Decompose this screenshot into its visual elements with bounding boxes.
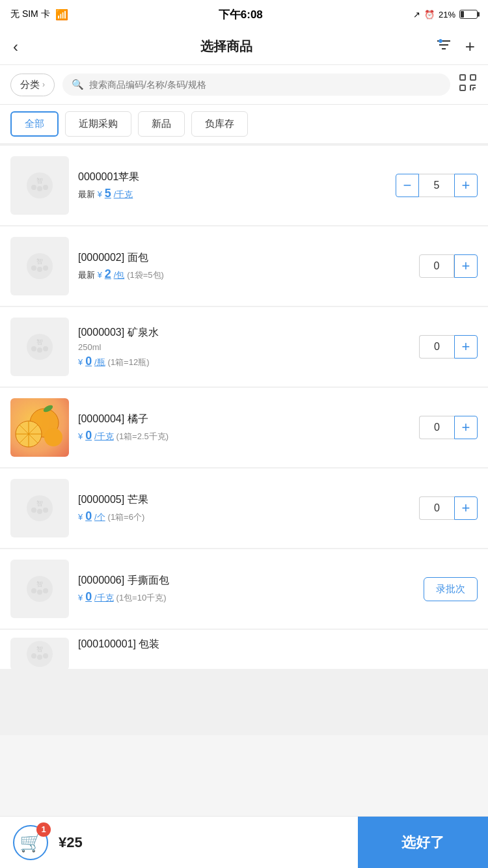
cart-total: ¥25 [59, 834, 83, 851]
svg-point-23 [31, 346, 36, 351]
product-price: ¥ 0 /千克 (1包=10千克) [78, 590, 414, 604]
product-details: [0000002] 面包 最新 ¥ 2 /包 (1袋=5包) [78, 251, 410, 281]
product-spec: 250ml [78, 342, 410, 352]
quantity-input[interactable] [419, 174, 454, 197]
product-name: [0000006] 手撕面包 [78, 574, 414, 588]
svg-text:智: 智 [36, 500, 43, 507]
svg-point-39 [37, 509, 42, 514]
bottom-bar: 🛒 1 ¥25 选好了 [0, 816, 488, 868]
scan-icon[interactable] [458, 73, 478, 96]
cart-badge: 1 [36, 822, 51, 837]
quantity-input[interactable] [419, 496, 454, 520]
svg-point-16 [27, 253, 53, 279]
list-item: 智 0000001苹果 最新 ¥ 5 /千克 − + [0, 146, 488, 225]
tab-recent[interactable]: 近期采购 [65, 111, 131, 137]
product-name: [0000002] 面包 [78, 251, 410, 265]
battery-text: 21% [439, 10, 455, 20]
product-name: [0000003] 矿泉水 [78, 326, 410, 340]
product-details: [0000003] 矿泉水 250ml ¥ 0 /瓶 (1箱=12瓶) [78, 326, 410, 368]
svg-point-21 [27, 334, 53, 360]
product-name: [0000005] 芒果 [78, 493, 410, 507]
svg-rect-5 [470, 75, 476, 80]
page-title: 选择商品 [200, 38, 252, 55]
carrier-text: 无 SIM 卡 [10, 8, 50, 20]
tab-new[interactable]: 新品 [138, 111, 185, 137]
product-price: ¥ 0 /瓶 (1箱=12瓶) [78, 355, 410, 368]
increment-button[interactable]: + [454, 335, 478, 359]
increment-button[interactable]: + [454, 254, 478, 278]
batch-button[interactable]: 录批次 [424, 577, 478, 601]
cart-icon[interactable]: 🛒 1 [13, 825, 48, 860]
svg-rect-6 [460, 85, 465, 90]
increment-button[interactable]: + [454, 416, 478, 439]
cart-area: 🛒 1 ¥25 [13, 825, 358, 860]
back-button[interactable]: ‹ [13, 38, 18, 56]
search-box: 🔍 [62, 74, 450, 96]
wifi-icon: 📶 [55, 8, 68, 21]
svg-text:智: 智 [36, 645, 43, 653]
tab-all[interactable]: 全部 [10, 111, 59, 137]
svg-text:智: 智 [36, 338, 43, 346]
quantity-control: + [419, 496, 478, 520]
svg-text:智: 智 [36, 580, 43, 588]
tab-negative[interactable]: 负库存 [191, 111, 248, 137]
decrement-button[interactable]: − [396, 174, 419, 197]
quantity-input[interactable] [419, 254, 454, 278]
list-item: 智 [0000002] 面包 最新 ¥ 2 /包 (1袋=5包) + [0, 226, 488, 306]
svg-point-24 [37, 347, 42, 353]
alarm-icon: ⏰ [424, 10, 435, 20]
product-price: 最新 ¥ 5 /千克 [78, 187, 386, 200]
product-details: [0000005] 芒果 ¥ 0 /个 (1箱=6个) [78, 493, 410, 523]
add-icon[interactable]: + [465, 36, 475, 57]
svg-point-44 [37, 590, 42, 595]
product-price: ¥ 0 /个 (1箱=6个) [78, 509, 410, 523]
product-price: 最新 ¥ 2 /包 (1袋=5包) [78, 267, 410, 281]
list-item: 智 [000100001] 包装 [0, 630, 488, 669]
svg-point-3 [439, 39, 442, 42]
product-name: [000100001] 包装 [78, 638, 478, 651]
status-time: 下午6:08 [219, 7, 263, 22]
svg-rect-4 [460, 75, 465, 80]
svg-point-40 [43, 508, 48, 513]
svg-point-15 [43, 185, 48, 190]
svg-point-36 [27, 495, 53, 521]
product-list: 智 0000001苹果 最新 ¥ 5 /千克 − + [0, 146, 488, 735]
svg-point-38 [31, 508, 36, 513]
svg-point-25 [43, 346, 48, 351]
svg-point-18 [31, 265, 36, 271]
product-thumbnail: 智 [10, 479, 69, 537]
svg-point-41 [27, 576, 53, 602]
quantity-control: − + [396, 174, 478, 197]
svg-point-50 [43, 653, 48, 658]
list-item: 智 [0000005] 芒果 ¥ 0 /个 (1箱=6个) + [0, 468, 488, 548]
quantity-input[interactable] [419, 416, 454, 439]
quantity-input[interactable] [419, 335, 454, 359]
product-thumbnail: 智 [10, 638, 69, 669]
increment-button[interactable]: + [454, 496, 478, 520]
search-input[interactable] [89, 79, 441, 90]
status-right: ↗ ⏰ 21% [413, 10, 478, 20]
svg-text:智: 智 [36, 258, 43, 265]
svg-point-46 [27, 641, 53, 667]
product-name: [0000004] 橘子 [78, 413, 410, 426]
svg-point-43 [31, 588, 36, 593]
status-bar: 无 SIM 卡 📶 下午6:08 ↗ ⏰ 21% [0, 0, 488, 29]
category-button[interactable]: 分类 › [10, 74, 55, 96]
svg-point-19 [37, 267, 42, 272]
nav-actions: + [435, 36, 475, 57]
increment-button[interactable]: + [454, 174, 478, 197]
quantity-control: + [419, 416, 478, 439]
svg-point-13 [31, 185, 36, 190]
product-price: ¥ 0 /千克 (1箱=2.5千克) [78, 429, 410, 442]
svg-text:智: 智 [36, 177, 43, 184]
status-carrier: 无 SIM 卡 📶 [10, 8, 68, 21]
list-item: 智 [0000003] 矿泉水 250ml ¥ 0 /瓶 (1箱=12瓶) + [0, 307, 488, 387]
svg-point-35 [44, 428, 62, 446]
product-thumbnail: 智 [10, 560, 69, 618]
filter-icon[interactable] [435, 36, 452, 57]
svg-point-20 [43, 265, 48, 271]
confirm-button[interactable]: 选好了 [358, 817, 488, 869]
battery-icon [459, 10, 478, 19]
quantity-control: + [419, 335, 478, 359]
tabs-bar: 全部 近期采购 新品 负库存 [0, 105, 488, 146]
